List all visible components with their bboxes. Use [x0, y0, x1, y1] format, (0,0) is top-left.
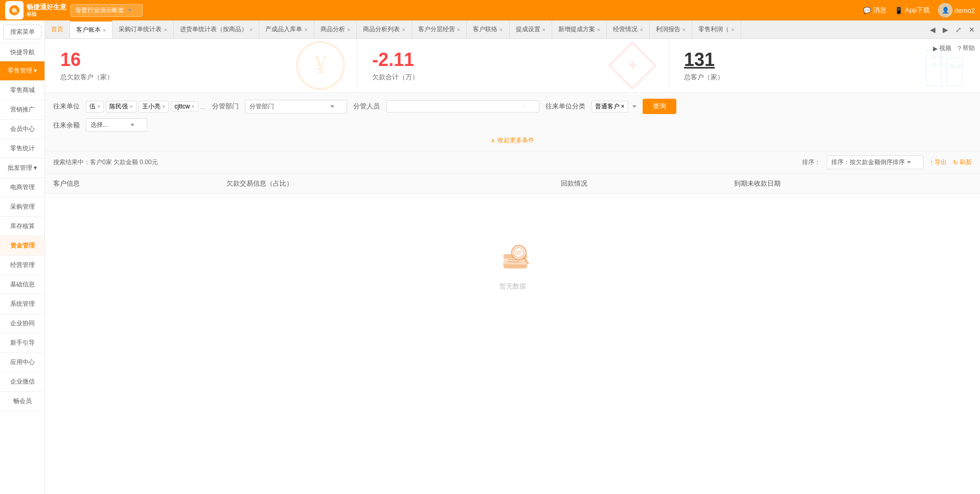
tab-close-operation-status[interactable]: × [640, 27, 643, 33]
tab-customer-segment[interactable]: 客户分层经营 × [412, 20, 467, 39]
tab-product-analysis-list[interactable]: 商品分析列表 × [357, 20, 412, 39]
unit-tags-more[interactable]: ... [200, 103, 206, 110]
sidebar-item-finance[interactable]: 资金管理 [0, 236, 44, 256]
tab-close-promote-settings[interactable]: × [542, 27, 545, 33]
unit-tag-wang[interactable]: 王小亮 × [139, 101, 169, 113]
remove-unit-tag-wu[interactable]: × [97, 103, 100, 109]
content-area: 首页 客户账本 × 采购订单统计表 × 进货单统计表（按商品） × 产成品入库单… [45, 20, 980, 494]
sidebar-item-retail-stats[interactable]: 零售统计 [0, 139, 44, 159]
sidebar-item-marketing[interactable]: 营销推广 [0, 100, 44, 120]
tab-prev-button[interactable]: ◀ [928, 25, 938, 35]
export-button[interactable]: ↑ 导出 [930, 158, 947, 167]
tab-close-customer-contact[interactable]: × [499, 27, 503, 33]
svg-rect-11 [939, 55, 943, 59]
remove-unit-class-tag[interactable]: × [621, 103, 625, 110]
sidebar-item-retail-mall[interactable]: 零售商城 [0, 81, 44, 100]
balance-arrow [130, 124, 134, 126]
tab-purchase-order-stats[interactable]: 采购订单统计表 × [112, 20, 173, 39]
top-bar: 畅 畅捷通好生意 标版 母婴行业演示帐套 💬 消息 📱 App下载 [0, 0, 980, 20]
app-download-btn[interactable]: 📱 App下载 [895, 6, 930, 15]
tab-close-profit-report[interactable]: × [682, 27, 686, 33]
person-select[interactable]: ··· [386, 100, 539, 113]
tab-close-retail-profit[interactable]: × [731, 27, 734, 33]
tab-close-product-analysis-list[interactable]: × [402, 27, 405, 33]
tab-next-button[interactable]: ▶ [941, 25, 950, 35]
sidebar-item-batch-management[interactable]: 批发管理 ▾ [0, 159, 44, 178]
table-empty-row: 暂无数据 [45, 194, 980, 332]
search-menu-button[interactable]: 搜索菜单 [3, 25, 41, 39]
svg-text:¥: ¥ [314, 50, 327, 79]
tab-close-purchase-stats-by-product[interactable]: × [249, 27, 253, 33]
sidebar-item-app-center[interactable]: 应用中心 [0, 353, 44, 372]
unit-class-tags: 普通客户 × [591, 101, 636, 113]
sidebar-item-system[interactable]: 系统管理 [0, 295, 44, 314]
tab-profit-report[interactable]: 利润报告 × [650, 20, 692, 39]
collapse-button[interactable]: ∧ 收起更多条件 [53, 136, 972, 145]
sidebar-item-purchase[interactable]: 采购管理 [0, 197, 44, 217]
logo-area: 畅 畅捷通好生意 标版 [5, 1, 66, 19]
tab-close-new-promote-plan[interactable]: × [597, 27, 600, 33]
user-avatar-btn[interactable]: 👤 demo2 [938, 3, 975, 17]
remove-unit-tag-wang[interactable]: × [162, 103, 165, 109]
department-select[interactable]: 分管部门 [245, 100, 347, 114]
logo-main-text: 畅捷通好生意 [27, 3, 66, 11]
tab-new-promote-plan[interactable]: 新增提成方案 × [552, 20, 607, 39]
sidebar-item-enterprise[interactable]: 企业协同 [0, 314, 44, 333]
sort-label: 排序： [802, 158, 821, 167]
tab-expand-button[interactable]: ⤢ [953, 25, 964, 35]
remove-unit-tag-chen[interactable]: × [129, 103, 132, 109]
tab-close-product-instock[interactable]: × [304, 27, 307, 33]
department-filter-label: 分管部门 [212, 102, 239, 111]
tab-close-customer-accounts[interactable]: × [103, 27, 106, 33]
tab-retail-profit[interactable]: 零售利润（ × [692, 20, 741, 39]
unit-tag-chen[interactable]: 陈民强 × [106, 101, 136, 113]
balance-select[interactable]: 选择... [86, 118, 147, 132]
sidebar-item-enterprise-wechat[interactable]: 企业微信 [0, 372, 44, 392]
tab-close-customer-segment[interactable]: × [457, 27, 460, 33]
tab-customer-contact[interactable]: 客户联络 × [467, 20, 509, 39]
help-btn[interactable]: ? 帮助 [958, 44, 975, 53]
sidebar-item-retail-management[interactable]: 零售管理 ▾ [0, 61, 44, 81]
video-btn[interactable]: ▶ 视频 [933, 44, 951, 53]
col-overdue-date: 到期未收款日期 [726, 174, 980, 194]
account-selector[interactable]: 母婴行业演示帐套 [71, 4, 143, 17]
tab-close-all-button[interactable]: ✕ [967, 25, 977, 35]
tab-close-product-analysis[interactable]: × [347, 27, 350, 33]
unit-class-filter-label: 往来单位分类 [545, 102, 585, 111]
result-actions: 排序： 排序：按欠款金额倒序排序 ↑ 导出 ↻ 刷新 [802, 155, 972, 169]
refresh-button[interactable]: ↻ 刷新 [953, 158, 972, 167]
stat-card-total-customers: 131 总客户（家） ▶ 视频 ? 帮助 [669, 39, 980, 92]
avatar: 👤 [938, 3, 952, 17]
tab-close-purchase-order-stats[interactable]: × [164, 27, 167, 33]
tab-bar: 首页 客户账本 × 采购订单统计表 × 进货单统计表（按商品） × 产成品入库单… [45, 20, 980, 39]
remove-unit-tag-cjttcw[interactable]: × [191, 103, 194, 109]
tab-purchase-stats-by-product[interactable]: 进货单统计表（按商品） × [174, 20, 259, 39]
unit-class-tag-normal[interactable]: 普通客户 × [591, 101, 628, 113]
sidebar-item-ecommerce[interactable]: 电商管理 [0, 178, 44, 197]
stats-row: ¥ 16 总欠款客户（家） ✦ -2.11 欠款合计（万） [45, 39, 980, 93]
result-info-bar: 搜索结果中：客户0家 欠款金额 0.00元 排序： 排序：按欠款金额倒序排序 ↑… [45, 151, 980, 174]
unit-class-dropdown-arrow [632, 105, 636, 108]
sidebar-item-member-center[interactable]: 会员中心 [0, 120, 44, 139]
question-icon: ? [958, 45, 961, 52]
tab-home[interactable]: 首页 [45, 20, 70, 39]
tab-customer-accounts[interactable]: 客户账本 × [70, 20, 112, 39]
sidebar-item-inventory[interactable]: 库存核算 [0, 217, 44, 236]
tab-operation-status[interactable]: 经营情况 × [607, 20, 649, 39]
unit-tag-wu[interactable]: 伍 × [86, 101, 104, 113]
tab-promote-settings[interactable]: 提成设置 × [510, 20, 552, 39]
account-dropdown-arrow [128, 9, 132, 12]
unit-tag-cjttcw[interactable]: cjttcw × [171, 101, 198, 111]
message-btn[interactable]: 💬 消息 [863, 6, 886, 15]
sort-select[interactable]: 排序：按欠款金额倒序排序 [827, 155, 924, 169]
sidebar-item-basic-info[interactable]: 基础信息 [0, 275, 44, 295]
sidebar-item-operation[interactable]: 经营管理 [0, 256, 44, 275]
sidebar-item-vip-member[interactable]: 畅会员 [0, 392, 44, 411]
tab-product-analysis[interactable]: 商品分析 × [314, 20, 357, 39]
sidebar-item-new-guide[interactable]: 新手引导 [0, 333, 44, 353]
query-button[interactable]: 查询 [643, 99, 676, 114]
quick-nav-button[interactable]: 快捷导航 [0, 44, 44, 61]
collapse-area: ∧ 收起更多条件 [53, 136, 972, 145]
tab-product-instock[interactable]: 产成品入库单 × [259, 20, 314, 39]
svg-rect-14 [950, 64, 954, 69]
